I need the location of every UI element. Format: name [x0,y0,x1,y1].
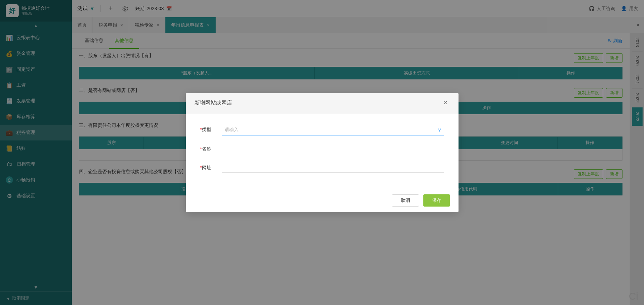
add-website-modal: 新增网站或网店 × *类型 请输入 ∨ *名称 [186,93,459,212]
cancel-button[interactable]: 取消 [392,194,419,207]
form-item-name: *名称 [200,144,444,154]
type-select[interactable]: 请输入 ∨ [222,124,444,135]
name-input[interactable] [222,144,444,154]
url-input[interactable] [222,163,444,173]
type-placeholder: 请输入 [225,126,438,133]
type-label: *类型 [200,126,222,133]
modal-close-button[interactable]: × [441,99,450,107]
name-label: *名称 [200,146,222,152]
type-dropdown-arrow-icon: ∨ [438,127,441,133]
form-item-type: *类型 请输入 ∨ [200,124,444,135]
url-label: *网址 [200,165,222,171]
save-button[interactable]: 保存 [423,194,450,207]
form-item-url: *网址 [200,163,444,173]
modal-title: 新增网站或网店 [194,100,232,106]
modal-overlay: 新增网站或网店 × *类型 请输入 ∨ *名称 [0,0,644,305]
modal-header: 新增网站或网店 × [186,93,459,114]
modal-footer: 取消 保存 [186,189,459,212]
modal-body: *类型 请输入 ∨ *名称 *网址 [186,114,459,189]
